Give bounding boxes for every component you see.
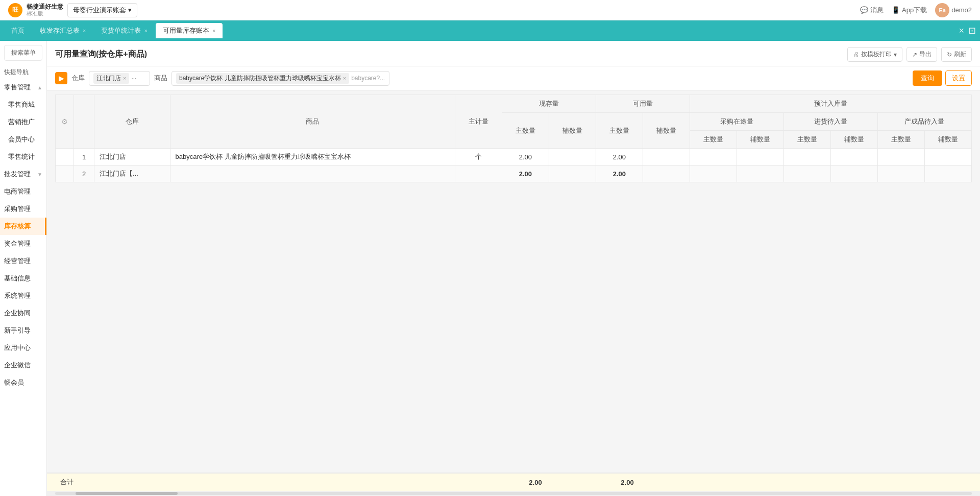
th-stock-group: 现存量	[502, 95, 596, 113]
refresh-label: 刷新	[954, 50, 966, 59]
sidebar-item-retail[interactable]: 零售管理 ▲	[0, 79, 46, 96]
warehouse-tag-value: 江北门店	[96, 74, 121, 83]
app-download-action[interactable]: 📱 App下载	[892, 6, 927, 15]
product-tag: babycare学饮杯 儿童防摔防撞吸管杯重力球吸嘴杯宝宝水杯 ×	[176, 73, 349, 84]
sidebar-item-purchase[interactable]: 采购管理	[0, 200, 46, 218]
sidebar-item-appcenter[interactable]: 应用中心	[0, 339, 46, 357]
sidebar-finance-label: 资金管理	[4, 239, 31, 248]
row2-stock-main: 2.00	[502, 166, 549, 182]
th-purchase-main: 主数量	[690, 131, 737, 149]
query-button[interactable]: 查询	[913, 70, 942, 86]
gear-icon[interactable]: ⚙	[61, 117, 68, 126]
industry-selector[interactable]: 母婴行业演示账套 ▾	[67, 3, 137, 17]
message-icon: 💬	[860, 6, 868, 14]
tab-orders-close[interactable]: ×	[144, 28, 147, 34]
tab-summary[interactable]: 收发存汇总表 ×	[33, 23, 93, 38]
sidebar-item-finance[interactable]: 资金管理	[0, 235, 46, 252]
tab-available[interactable]: 可用量库存账本 ×	[156, 23, 223, 38]
refresh-button[interactable]: ↻ 刷新	[941, 47, 972, 62]
sidebar-purchase-label: 采购管理	[4, 204, 31, 214]
sidebar-item-system[interactable]: 系统管理	[0, 287, 46, 304]
warehouse-tag: 江北门店 ×	[93, 73, 129, 84]
row1-avail-aux	[643, 149, 690, 166]
expand-button[interactable]: ▶	[55, 72, 67, 84]
footer-label: 合计	[55, 478, 178, 487]
row2-purchase-aux	[737, 166, 783, 182]
avatar: Ea	[935, 3, 949, 17]
settings-button[interactable]: 设置	[945, 70, 972, 86]
sidebar-nav-label[interactable]: 快捷导航	[0, 65, 46, 79]
sidebar-retail-stats-label: 零售统计	[8, 152, 35, 161]
sidebar-item-member[interactable]: 会员中心	[0, 131, 46, 148]
data-table: ⚙ 仓库 商品 主计量 现存量 可用量 预计入库量 主数量 辅数量 主数量	[55, 95, 972, 182]
row2-production-aux	[924, 166, 971, 182]
tab-available-label: 可用量库存账本	[163, 26, 209, 35]
row1-avail-main: 2.00	[596, 149, 643, 166]
top-bar: 旺 畅捷通好生意 标准版 母婴行业演示账套 ▾ 💬 消息 📱 App下载 Ea …	[0, 0, 980, 20]
sidebar-item-retail-stats[interactable]: 零售统计	[0, 148, 46, 166]
sidebar-item-enterprise[interactable]: 企业协同	[0, 304, 46, 322]
warehouse-filter-input[interactable]: 江北门店 × ···	[89, 71, 150, 86]
row1-production-aux	[924, 149, 971, 166]
tab-home-label: 首页	[11, 26, 24, 35]
row2-product	[170, 166, 455, 182]
app-name: 畅捷通好生意 标准版	[27, 3, 63, 17]
sidebar-item-retail-shop[interactable]: 零售商城	[0, 96, 46, 113]
content-area: 可用量查询(按仓库+商品) 🖨 按模板打印 ▾ ↗ 导出 ↻ 刷新 ▶	[47, 41, 980, 496]
horizontal-scrollbar[interactable]	[47, 491, 980, 496]
tab-available-close[interactable]: ×	[212, 28, 215, 34]
sidebar-item-wholesale[interactable]: 批发管理 ▼	[0, 166, 46, 183]
sidebar-item-marketing[interactable]: 营销推广	[0, 113, 46, 131]
sidebar-item-inventory[interactable]: 库存核算	[0, 218, 46, 235]
message-action[interactable]: 💬 消息	[860, 6, 884, 15]
th-production-group: 产成品待入量	[877, 113, 971, 131]
sidebar-item-wechat[interactable]: 企业微信	[0, 357, 46, 374]
user-action[interactable]: Ea demo2	[935, 3, 972, 17]
tab-bar-actions: × ⊡	[959, 25, 976, 36]
th-production-aux: 辅数量	[924, 131, 971, 149]
th-production-main: 主数量	[877, 131, 924, 149]
sidebar-appcenter-label: 应用中心	[4, 343, 31, 352]
print-icon: 🖨	[853, 51, 859, 58]
sidebar-wechat-label: 企业微信	[4, 361, 31, 370]
sidebar-item-operations[interactable]: 经营管理	[0, 252, 46, 270]
tab-home[interactable]: 首页	[4, 23, 32, 38]
row1-product: babycare学饮杯 儿童防摔防撞吸管杯重力球吸嘴杯宝宝水杯	[170, 149, 455, 166]
scroll-thumb[interactable]	[76, 492, 178, 495]
product-filter-input[interactable]: babycare学饮杯 儿童防摔防撞吸管杯重力球吸嘴杯宝宝水杯 × babyca…	[172, 71, 389, 86]
row2-num: 2	[74, 166, 94, 182]
sidebar-ecommerce-label: 电商管理	[4, 187, 31, 196]
warehouse-filter-label: 仓库	[71, 74, 85, 83]
tab-bar: 首页 收发存汇总表 × 要货单统计表 × 可用量库存账本 × × ⊡	[0, 20, 980, 41]
th-incoming-aux: 辅数量	[830, 131, 877, 149]
row1-purchase-main	[690, 149, 737, 166]
row1-purchase-aux	[737, 149, 783, 166]
warehouse-tag-remove[interactable]: ×	[123, 75, 126, 81]
app-main-name: 畅捷通好生意	[27, 3, 63, 10]
export-button[interactable]: ↗ 导出	[906, 47, 937, 62]
sidebar-item-newguide[interactable]: 新手引导	[0, 322, 46, 339]
row2-purchase-main	[690, 166, 737, 182]
search-menu-button[interactable]: 搜索菜单	[4, 45, 42, 61]
tab-summary-close[interactable]: ×	[83, 28, 86, 34]
sidebar-item-ecommerce[interactable]: 电商管理	[0, 183, 46, 200]
print-label: 按模板打印	[861, 50, 892, 59]
th-stock-aux: 辅数量	[549, 113, 596, 149]
app-download-label: App下载	[902, 6, 927, 15]
print-button[interactable]: 🖨 按模板打印 ▾	[847, 47, 902, 62]
tab-close-all-button[interactable]: ×	[959, 26, 964, 36]
row1-num: 1	[74, 149, 94, 166]
table-wrapper: ⚙ 仓库 商品 主计量 现存量 可用量 预计入库量 主数量 辅数量 主数量	[47, 90, 980, 473]
app-sub-name: 标准版	[27, 10, 63, 17]
product-tag-remove[interactable]: ×	[343, 75, 346, 81]
tab-restore-button[interactable]: ⊡	[968, 25, 976, 36]
chevron-up-icon: ▲	[37, 85, 42, 90]
chevron-down-icon: ▾	[894, 51, 897, 58]
row1-stock-aux	[549, 149, 596, 166]
sidebar-item-basics[interactable]: 基础信息	[0, 270, 46, 287]
sidebar-inventory-label: 库存核算	[4, 222, 31, 231]
tab-summary-label: 收发存汇总表	[40, 26, 80, 35]
sidebar-item-vip[interactable]: 畅会员	[0, 374, 46, 391]
tab-orders[interactable]: 要货单统计表 ×	[94, 23, 154, 38]
th-product: 商品	[170, 95, 455, 149]
